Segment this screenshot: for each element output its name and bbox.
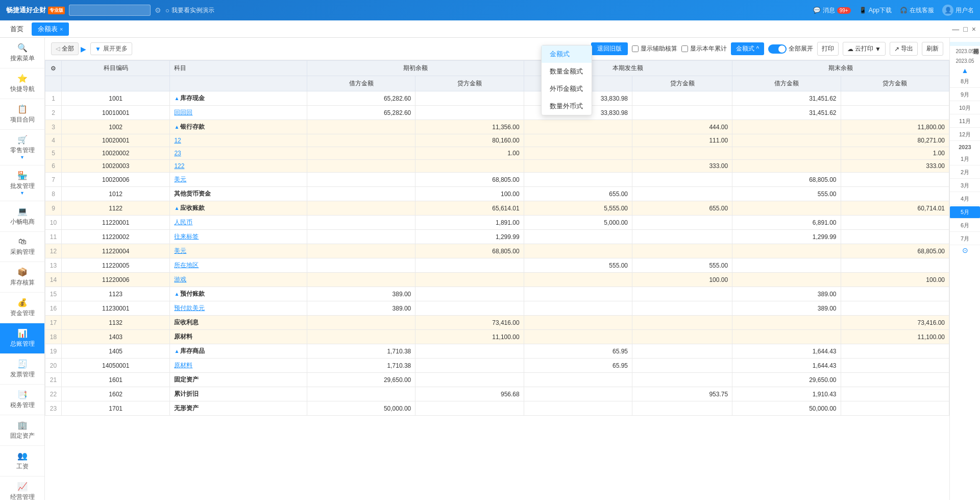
sidebar-item-retail[interactable]: 🛒 零售管理 ▼ [0, 130, 44, 165]
dropdown-item-amount[interactable]: 金额式 [542, 45, 592, 63]
row-num-cell: 7 [45, 173, 62, 187]
sidebar-search[interactable]: 🔍 搜索菜单 [0, 38, 44, 68]
demo-link[interactable]: ○ 我要看实例演示 [165, 6, 214, 15]
month-3[interactable]: 3月 [950, 180, 980, 192]
month-2[interactable]: 2月 [950, 166, 980, 179]
sidebar-item-project[interactable]: 📋 项目合同 [0, 99, 44, 130]
row-end-debit-cell [732, 244, 841, 258]
row-curr-credit-cell [632, 91, 732, 106]
ytd-checkbox-input[interactable] [681, 45, 688, 52]
month-9[interactable]: 9月 [950, 89, 980, 101]
payroll-icon: 👥 [17, 451, 28, 461]
balance-table-container[interactable]: ⚙ 科目编码 科目 期初余额 本期发生额 期末余额 借方金额 贷方金额 [45, 60, 949, 500]
sidebar-item-invoice[interactable]: 🧾 发票管理 [0, 354, 44, 385]
month-1[interactable]: 1月 [950, 153, 980, 165]
month-7[interactable]: 7月 [950, 233, 980, 245]
row-num-cell: 20 [45, 359, 62, 373]
row-name-cell: ▲库存商品 [170, 344, 307, 359]
assist-checkbox-input[interactable] [632, 45, 639, 52]
top-bar-right: 💬 消息 99+ 📱 App下载 🎧 在线客服 👤 用户名 [813, 5, 974, 16]
cloud-print-btn[interactable]: ☁ 云打印 ▼ [843, 42, 886, 56]
row-end-debit-cell [732, 330, 841, 344]
row-open-credit-cell [415, 106, 524, 120]
expand-more-btn[interactable]: ▼ 展开更多 [90, 42, 132, 55]
row-end-credit-cell [841, 258, 949, 273]
user-avatar[interactable]: 👤 用户名 [942, 5, 974, 16]
table-row: 6 10020003 122 333.00 333.00 [45, 160, 949, 173]
month-4[interactable]: 4月 [950, 193, 980, 205]
amount-style-btn[interactable]: 金额式 ^ [731, 42, 764, 55]
top-search-input[interactable] [69, 5, 151, 16]
sidebar-item-ledger[interactable]: 📊 总账管理 [0, 323, 44, 354]
print-btn[interactable]: 打印 [817, 42, 839, 56]
row-curr-debit-cell [524, 160, 632, 173]
dropdown-item-qty-amount[interactable]: 数量金额式 [542, 63, 592, 80]
service-btn[interactable]: 🎧 在线客服 [900, 6, 934, 15]
month-8[interactable]: 8月 [950, 76, 980, 88]
message-btn[interactable]: 💬 消息 99+ [813, 6, 851, 15]
sidebar-item-purchase[interactable]: 🛍 采购管理 [0, 232, 44, 262]
tab-home[interactable]: 首页 [4, 22, 30, 36]
top-bar: 畅捷通好企财 专业版 ⚙ ○ 我要看实例演示 💬 消息 99+ 📱 App下载 … [0, 0, 980, 20]
export-btn[interactable]: ↗ 导出 [890, 42, 918, 56]
inventory-icon: 📦 [17, 267, 28, 277]
dropdown-item-foreign-amount[interactable]: 外币金额式 [542, 80, 592, 98]
row-name-cell: 累计折旧 [170, 387, 307, 401]
window-close-icon[interactable]: × [972, 25, 976, 33]
table-settings-icon[interactable]: ⚙ [51, 65, 56, 72]
tab-close-icon[interactable]: × [60, 26, 63, 32]
table-row: 21 1601 固定资产 29,650.00 29,650.00 [45, 373, 949, 387]
settings-header[interactable]: ⚙ [45, 61, 62, 76]
row-end-credit-cell [841, 344, 949, 359]
table-row: 17 1132 应收利息 73,416.00 73,416.00 [45, 316, 949, 330]
show-ytd-checkbox[interactable]: 显示本年累计 [681, 44, 727, 53]
tab-balance-sheet[interactable]: 余额表 × [32, 22, 69, 36]
period-collapse-icon[interactable]: ⊙ [962, 246, 968, 254]
table-row: 11 11220002 往来标签 1,299.99 1,299.99 [45, 230, 949, 244]
sidebar-item-ecommerce[interactable]: 💻 小畅电商 [0, 201, 44, 232]
row-curr-credit-cell [632, 187, 732, 201]
row-code-cell: 10020006 [62, 173, 170, 187]
month-10[interactable]: 10月 [950, 102, 980, 114]
month-6[interactable]: 6月 [950, 220, 980, 232]
row-curr-credit-cell: 655.00 [632, 201, 732, 216]
row-open-credit-cell [415, 359, 524, 373]
row-name-cell: 原材料 [170, 330, 307, 344]
row-end-debit-cell: 31,451.62 [732, 106, 841, 120]
sidebar-item-tax[interactable]: 📑 税务管理 [0, 385, 44, 415]
show-assist-checkbox[interactable]: 显示辅助核算 [632, 44, 677, 53]
sidebar-item-payroll[interactable]: 👥 工资 [0, 446, 44, 477]
month-5[interactable]: 5月 [950, 206, 980, 219]
row-curr-debit-cell [524, 287, 632, 301]
row-end-credit-cell [841, 216, 949, 230]
row-num-cell: 9 [45, 201, 62, 216]
row-end-debit-cell: 389.00 [732, 301, 841, 316]
row-open-debit-cell [307, 147, 415, 160]
download-btn[interactable]: 📱 App下载 [859, 6, 892, 15]
sidebar-item-operations[interactable]: 📈 经营管理 [0, 477, 44, 500]
row-name-cell: 固定资产 [170, 373, 307, 387]
row-end-debit-cell: 29,650.00 [732, 373, 841, 387]
month-11[interactable]: 11月 [950, 115, 980, 128]
row-open-credit-cell [415, 273, 524, 287]
sidebar-item-wholesale[interactable]: 🏪 批发管理 ▼ [0, 165, 44, 201]
sidebar-item-capital[interactable]: 💰 资金管理 [0, 293, 44, 323]
search-config-icon[interactable]: ⚙ [155, 6, 161, 14]
month-12[interactable]: 12月 [950, 129, 980, 141]
row-curr-credit-cell [632, 301, 732, 316]
toggle-switch-track[interactable] [768, 44, 787, 54]
avatar-icon: 👤 [942, 5, 953, 16]
window-minimize-icon[interactable]: — [952, 25, 959, 33]
cloud-print-dropdown-icon: ▼ [875, 45, 881, 53]
search-forward-icon[interactable]: ▶ [81, 45, 86, 53]
refresh-btn[interactable]: 刷新 [922, 42, 943, 56]
dropdown-item-qty-foreign[interactable]: 数量外币式 [542, 98, 592, 115]
sidebar-item-inventory[interactable]: 📦 库存核算 [0, 262, 44, 293]
expand-all-toggle[interactable]: 全部展开 [768, 44, 813, 54]
return-old-btn[interactable]: 退回旧版 [591, 42, 628, 55]
period-up-icon[interactable]: ▲ [962, 66, 969, 75]
window-maximize-icon[interactable]: □ [963, 25, 967, 33]
sidebar-item-assets[interactable]: 🏢 固定资产 [0, 415, 44, 446]
row-open-credit-cell: 100.00 [415, 187, 524, 201]
sidebar-quick-nav[interactable]: ⭐ 快捷导航 [0, 68, 44, 99]
